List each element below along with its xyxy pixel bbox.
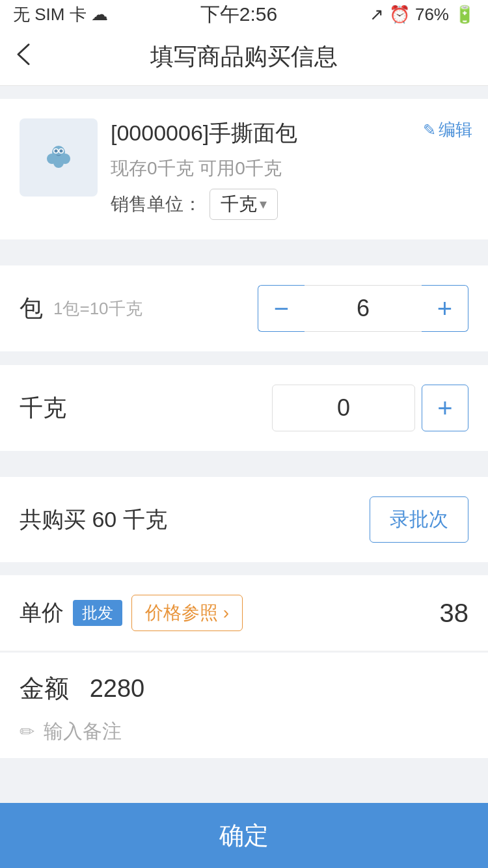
- amount-section: 金额 2280 ✏ 输入备注: [0, 653, 488, 758]
- divider-1: [0, 239, 488, 252]
- note-row[interactable]: ✏ 输入备注: [20, 718, 468, 745]
- bao-section: 包 1包=10千克 − +: [0, 265, 488, 351]
- unit-label: 销售单位：: [111, 192, 202, 217]
- status-right: ↗ ⏰ 76% 🔋: [370, 5, 475, 25]
- kg-row: 千克 +: [20, 365, 468, 451]
- edit-icon: ✎: [423, 121, 436, 139]
- bao-row: 包 1包=10千克 − +: [20, 265, 468, 351]
- svg-point-7: [60, 150, 63, 153]
- product-unit: 销售单位： 千克 ▾: [111, 189, 468, 220]
- divider-2: [0, 351, 488, 352]
- price-tag: 批发: [73, 600, 122, 626]
- price-label-text: 单价: [20, 598, 64, 628]
- bao-increment-button[interactable]: +: [422, 285, 468, 332]
- svg-point-6: [55, 150, 58, 153]
- sim-status: 无 SIM 卡 ☁: [13, 3, 108, 26]
- bao-hint: 1包=10千克: [53, 297, 142, 320]
- svg-point-3: [53, 157, 64, 168]
- product-name: [0000006]手撕面包: [111, 118, 468, 148]
- price-value: 38: [440, 599, 469, 628]
- product-card: [0000006]手撕面包 现存0千克 可用0千克 销售单位： 千克 ▾ ✎ 编…: [0, 99, 488, 239]
- amount-row: 金额 2280: [20, 672, 468, 705]
- amount-value: 2280: [90, 675, 145, 702]
- edit-button[interactable]: ✎ 编辑: [423, 118, 472, 141]
- product-stock: 现存0千克 可用0千克: [111, 156, 468, 181]
- kg-increment-button[interactable]: +: [422, 385, 468, 431]
- price-section: 单价 批发 价格参照 › 38: [0, 575, 488, 651]
- status-time: 下午2:56: [200, 1, 277, 28]
- kg-label: 千克: [20, 392, 66, 424]
- confirm-button[interactable]: 确定: [0, 803, 488, 868]
- bao-decrement-button[interactable]: −: [258, 285, 305, 332]
- battery-icon: 🔋: [454, 5, 475, 25]
- unit-dropdown-icon: ▾: [260, 196, 267, 213]
- bao-controls: − +: [258, 285, 468, 332]
- page-title: 填写商品购买信息: [150, 41, 338, 73]
- product-image: [20, 118, 98, 197]
- price-ref-button[interactable]: 价格参照 ›: [131, 595, 243, 631]
- kg-section: 千克 +: [0, 365, 488, 451]
- batch-button[interactable]: 录批次: [370, 496, 468, 543]
- battery-level: 76%: [415, 5, 449, 25]
- total-section: 共购买 60 千克 录批次: [0, 477, 488, 562]
- nav-bar: 填写商品购买信息: [0, 29, 488, 86]
- divider-4: [0, 562, 488, 575]
- bao-label: 包 1包=10千克: [20, 293, 142, 325]
- kg-controls: +: [272, 385, 468, 431]
- amount-label: 金额: [20, 675, 69, 702]
- status-left: 无 SIM 卡 ☁: [13, 3, 108, 26]
- divider-3: [0, 451, 488, 464]
- alarm-icon: ⏰: [389, 5, 410, 25]
- unit-selector[interactable]: 千克 ▾: [210, 189, 278, 220]
- back-button[interactable]: [16, 42, 31, 72]
- note-placeholder: 输入备注: [44, 718, 122, 745]
- kg-text: 千克: [20, 392, 66, 424]
- status-bar: 无 SIM 卡 ☁ 下午2:56 ↗ ⏰ 76% 🔋: [0, 0, 488, 29]
- edit-label: 编辑: [439, 118, 472, 141]
- bao-input[interactable]: [305, 285, 422, 332]
- kg-input[interactable]: [272, 385, 415, 431]
- price-label-group: 单价 批发 价格参照 ›: [20, 595, 243, 631]
- location-icon: ↗: [370, 5, 384, 25]
- unit-value: 千克: [221, 192, 257, 217]
- total-label: 共购买 60 千克: [20, 505, 167, 535]
- note-icon: ✏: [20, 721, 34, 742]
- product-info: [0000006]手撕面包 现存0千克 可用0千克 销售单位： 千克 ▾: [111, 118, 468, 220]
- bao-text: 包: [20, 293, 43, 325]
